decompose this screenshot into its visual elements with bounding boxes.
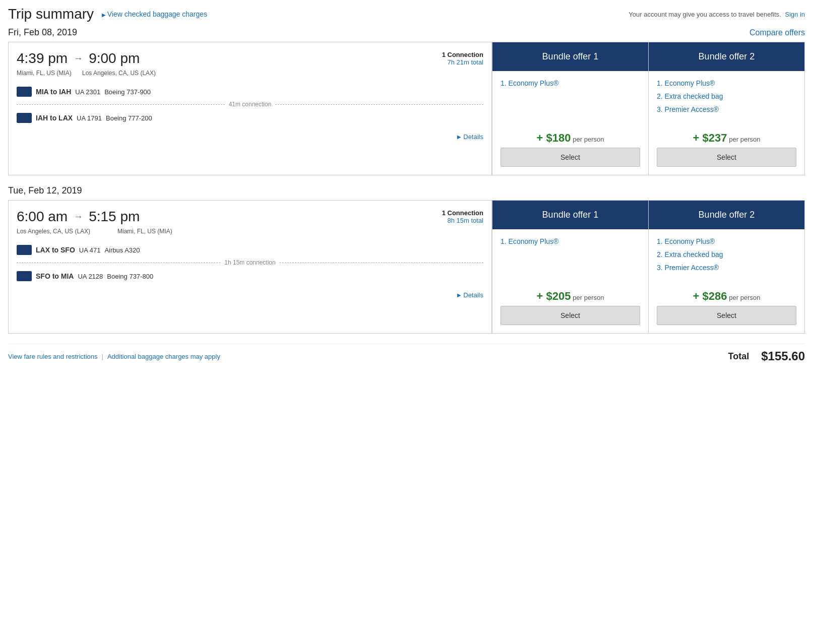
trip1-segment-2: IAH to LAX UA 1791 Boeing 777-200 [17,113,483,123]
sign-in-link[interactable]: Sign in [785,11,805,18]
header-left: Trip summary View checked baggage charge… [8,6,207,22]
trip2-total-time: 8h 15m total [442,217,483,224]
trip1-connection-time: 41m connection [229,101,272,108]
trip2-depart-time: 6:00 am [17,209,68,225]
footer-links: View fare rules and restrictions | Addit… [8,353,220,360]
trip2-bundle2-header: Bundle offer 2 [649,201,804,229]
trip1-depart-time: 4:39 pm [17,50,68,67]
trip1-bundle2-price-label: per person [729,136,760,143]
airline-logo-2 [17,113,32,123]
trip1-bundle1-feature-1: 1. Economy Plus® [501,79,640,87]
trip1-details-label: Details [463,133,483,141]
trip2-card: 6:00 am → 5:15 pm 1 Connection 8h 15m to… [8,200,805,334]
trip2-bundle1: Bundle offer 1 1. Economy Plus® + $205 p… [492,201,648,333]
trip2-seg1-route: LAX to SFO [36,246,75,254]
airline-logo-4 [17,271,32,281]
trip1-bundle1-price-label: per person [573,136,604,143]
account-text: Your account may give you access to trav… [629,11,781,18]
trip1-details-link[interactable]: Details [17,125,483,141]
trip2-bundle2: Bundle offer 2 1. Economy Plus® 2. Extra… [648,201,804,333]
trip1-seg1-aircraft: Boeing 737-900 [104,88,151,96]
trip2-seg1-aircraft: Airbus A320 [104,246,140,254]
page-title: Trip summary [8,6,94,22]
trip1-bundle2-feature-1: 1. Economy Plus® [657,79,796,87]
trip2-connection-info: 1 Connection 8h 15m total [442,209,483,224]
trip1-seg1-route: MIA to IAH [36,88,71,96]
trip2-bundle1-price: + $205 [537,290,571,302]
trip2-bundle2-price-row: + $286 per person [649,285,804,306]
trip1-bundle1-features: 1. Economy Plus® [492,71,648,126]
compare-offers-link[interactable]: Compare offers [749,28,805,37]
trip2-bundle2-feature-3: 3. Premier Access® [657,264,796,272]
trip2-bundle1-features: 1. Economy Plus® [492,229,648,285]
trip1-arrive-time: 9:00 pm [89,50,140,67]
airline-logo-1 [17,87,32,97]
view-baggage-link[interactable]: View checked baggage charges [102,10,207,18]
fare-rules-link[interactable]: View fare rules and restrictions [8,353,98,360]
trip2-bundle1-select-button[interactable]: Select [501,306,640,325]
trip2-arrive-time: 5:15 pm [89,209,140,225]
trip1-date-row: Fri, Feb 08, 2019 Compare offers [8,27,805,38]
trip2-bundle2-select-button[interactable]: Select [657,306,796,325]
trip1-bundle1-header: Bundle offer 1 [492,42,648,71]
trip2-segment-2: SFO to MIA UA 2128 Boeing 737-800 [17,271,483,281]
trip2-date-row: Tue, Feb 12, 2019 [8,185,805,196]
baggage-charges-text: Additional baggage charges may apply [107,353,220,360]
trip1-date: Fri, Feb 08, 2019 [8,27,77,38]
trip1-bundle1-select-button[interactable]: Select [501,148,640,167]
trip1-bundle2-select-button[interactable]: Select [657,148,796,167]
trip1-segment-1: MIA to IAH UA 2301 Boeing 737-900 [17,87,483,97]
trip1-connections: 1 Connection [442,51,483,58]
trip1-bundle2-features: 1. Economy Plus® 2. Extra checked bag 3.… [649,71,804,126]
total-label: Total [728,351,749,362]
top-header: Trip summary View checked baggage charge… [8,6,805,22]
trip1-bundle2-feature-2: 2. Extra checked bag [657,92,796,100]
airline-logo-3 [17,245,32,255]
trip2-connection-time: 1h 15m connection [224,259,275,266]
trip1-bundle2: Bundle offer 2 1. Economy Plus® 2. Extra… [648,42,804,175]
trip1-bundle1-price: + $180 [537,132,571,144]
account-info: Your account may give you access to trav… [629,11,805,18]
trip2-details-label: Details [463,291,483,299]
trip2-connections: 1 Connection [442,209,483,217]
trip2-bundle2-price: + $286 [693,290,727,302]
arrow-icon-2: → [74,212,83,222]
trip2-flight-info: 6:00 am → 5:15 pm 1 Connection 8h 15m to… [9,201,492,333]
trip2-seg2-flight: UA 2128 [78,273,103,280]
footer-total-section: Total $155.60 [728,349,805,363]
trip2-connection-divider: 1h 15m connection [17,259,483,266]
total-amount: $155.60 [761,349,805,363]
trip2-date: Tue, Feb 12, 2019 [8,185,82,196]
trip2-times: 6:00 am → 5:15 pm 1 Connection 8h 15m to… [17,209,483,225]
trip2-bundle2-price-label: per person [729,294,760,301]
trip2-segment-1: LAX to SFO UA 471 Airbus A320 [17,245,483,255]
footer: View fare rules and restrictions | Addit… [8,344,805,363]
trip2-bundle1-header: Bundle offer 1 [492,201,648,229]
trip1-times: 4:39 pm → 9:00 pm 1 Connection 7h 21m to… [17,50,483,67]
trip2-seg1-flight: UA 471 [79,246,101,254]
trip1-seg2-route: IAH to LAX [36,114,73,122]
trip1-bundle2-feature-3: 3. Premier Access® [657,105,796,113]
trip2-destination: Miami, FL, US (MIA) [117,228,483,235]
arrow-icon: → [74,53,83,64]
trip1-card: 4:39 pm → 9:00 pm 1 Connection 7h 21m to… [8,42,805,175]
trip1-connection-divider: 41m connection [17,101,483,108]
trip2-seg2-route: SFO to MIA [36,272,74,280]
trip2-bundle1-price-label: per person [573,294,604,301]
trip2-bundle2-feature-2: 2. Extra checked bag [657,250,796,259]
trip1-flight-info: 4:39 pm → 9:00 pm 1 Connection 7h 21m to… [9,42,492,175]
trip1-seg1-flight: UA 2301 [75,88,100,96]
trip2-bundle2-feature-1: 1. Economy Plus® [657,237,796,245]
trip1-bundle1-price-row: + $180 per person [492,126,648,148]
trip2-bundle2-features: 1. Economy Plus® 2. Extra checked bag 3.… [649,229,804,285]
trip1-bundle2-price-row: + $237 per person [649,126,804,148]
trip1-seg2-flight: UA 1791 [77,114,102,122]
trip1-bundle2-header: Bundle offer 2 [649,42,804,71]
trip1-bundle1: Bundle offer 1 1. Economy Plus® + $180 p… [492,42,648,175]
trip2-seg2-aircraft: Boeing 737-800 [107,273,153,280]
trip1-total-time: 7h 21m total [442,58,483,66]
trip2-bundle1-price-row: + $205 per person [492,285,648,306]
trip2-bundle1-feature-1: 1. Economy Plus® [501,237,640,245]
footer-separator: | [102,353,103,360]
trip2-details-link[interactable]: Details [17,283,483,299]
